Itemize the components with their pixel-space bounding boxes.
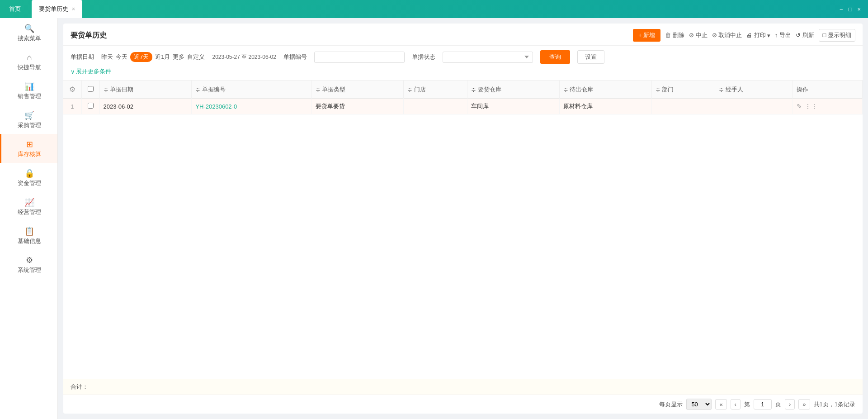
table-row: 1 2023-06-02 YH-20230602-0 要货单要货 车间库 [63,99,863,114]
action-icons: ✎ ⋮⋮ [797,103,859,110]
filter-bar: 单据日期 昨天 今天 近7天 近1月 更多 自定义 2023-05-27 至 2… [63,46,863,81]
page-header: 要货单历史 + 新增 🗑 删除 ⊘ 中止 ⊘ 取消中止 🖨 打印 ▾ ↑ 导出 … [63,24,863,46]
shortcut-yesterday[interactable]: 昨天 [101,53,113,61]
toolbar: + 新增 🗑 删除 ⊘ 中止 ⊘ 取消中止 🖨 打印 ▾ ↑ 导出 ↺ 刷新 □… [633,29,855,42]
row-department [651,99,715,114]
col-type: ≑ 单据类型 [311,81,404,99]
shortcut-custom[interactable]: 自定义 [187,53,205,61]
sidebar-item-ops[interactable]: 📈 经营管理 [0,192,57,221]
maximize-icon[interactable]: □ [849,6,852,13]
last-page-button[interactable]: » [798,399,810,409]
order-no-label: 单据编号 [283,53,307,61]
column-settings-icon[interactable]: ⚙ [69,86,75,93]
sidebar-item-label-sales: 销售管理 [18,92,41,100]
date-range-display: 2023-05-27 至 2023-06-02 [212,53,276,61]
export-button[interactable]: ↑ 导出 [775,31,791,39]
order-no-input[interactable] [314,52,405,63]
page-suffix: 页 [775,400,781,409]
shortcut-today[interactable]: 今天 [116,53,127,61]
tab-close-icon[interactable]: × [72,6,75,12]
tab-active-label: 要货单历史 [39,5,68,13]
summary-label: 合计： [71,383,88,391]
shortcut-more[interactable]: 更多 [173,53,184,61]
page-title: 要货单历史 [71,31,633,40]
sidebar-item-basic-info[interactable]: 📋 基础信息 [0,221,57,250]
sidebar-item-finance[interactable]: 🔒 资金管理 [0,163,57,192]
col-actions: 操作 [793,81,863,99]
edit-icon[interactable]: ✎ [797,103,802,110]
row-store [404,99,467,114]
col-type-label: ≑ 单据类型 [316,86,346,93]
prev-page-button[interactable]: ‹ [731,399,741,409]
stop-button[interactable]: ⊘ 中止 [689,31,708,39]
col-order-no-label: ≑ 单据编号 [195,86,226,93]
sidebar-item-label-quicknav: 快捷导航 [18,63,41,71]
row-actions: ✎ ⋮⋮ [793,99,863,114]
date-shortcuts: 昨天 今天 近7天 近1月 更多 自定义 [101,52,205,62]
row-checkbox-cell [81,99,99,114]
next-page-button[interactable]: › [785,399,795,409]
col-store-label: ≑ 门店 [407,86,426,93]
col-dept-label: ≑ 部门 [656,86,674,93]
print-dropdown-icon[interactable]: ▾ [767,32,770,39]
print-button[interactable]: 🖨 打印 ▾ [746,31,770,39]
status-select[interactable] [443,52,533,63]
sidebar-item-inventory[interactable]: ⊞ 库存核算 [0,134,57,163]
row-index: 1 [63,99,81,114]
minimize-icon[interactable]: − [840,6,843,13]
more-icon[interactable]: ⋮⋮ [805,103,817,110]
delete-button[interactable]: 🗑 删除 [665,31,684,39]
col-handler-label: ≑ 经手人 [719,86,743,93]
inventory-icon: ⊞ [26,140,33,148]
refresh-button[interactable]: ↺ 刷新 [796,31,814,39]
col-order-no: ≑ 单据编号 [192,81,311,99]
tab-active[interactable]: 要货单历史 × [32,0,82,18]
sidebar-item-quick-nav[interactable]: ⌂ 快捷导航 [0,47,57,76]
page-size-select[interactable]: 50 20 100 200 [686,399,712,410]
expand-more-button[interactable]: ∨ 展开更多条件 [71,67,111,76]
shortcut-1month[interactable]: 近1月 [155,53,170,61]
page-size-label: 每页显示 [659,400,683,409]
cancel-stop-button[interactable]: ⊘ 取消中止 [712,31,742,39]
new-button[interactable]: + 新增 [633,29,660,42]
order-no-link[interactable]: YH-20230602-0 [195,103,237,110]
col-warehouse-label: ≑ 要货仓库 [471,86,501,93]
col-checkbox [81,81,99,99]
sidebar-item-label-inventory: 库存核算 [18,150,41,158]
search-menu-icon: 🔍 [24,24,34,33]
sidebar-item-search-menu[interactable]: 🔍 搜索菜单 [0,18,57,47]
row-order-no: YH-20230602-0 [192,99,311,114]
sidebar-item-label-ops: 经营管理 [18,208,41,216]
top-bar-right: − □ × [840,6,868,13]
row-type: 要货单要货 [311,99,404,114]
col-pending-warehouse: ≑ 待出仓库 [559,81,651,99]
row-checkbox[interactable] [88,103,94,109]
sidebar-item-sales[interactable]: 📊 销售管理 [0,76,57,105]
shortcut-7days[interactable]: 近7天 [130,52,152,62]
display-detail-button[interactable]: □ 显示明细 [819,29,855,42]
filter-row-2: ∨ 展开更多条件 [71,67,855,76]
select-all-checkbox[interactable] [88,86,94,92]
page-label: 第 [744,400,750,409]
quick-nav-icon: ⌂ [27,53,32,62]
sidebar-item-label-basic: 基础信息 [18,237,41,245]
filter-settings-button[interactable]: 设置 [577,50,604,64]
first-page-button[interactable]: « [715,399,726,409]
row-handler [715,99,793,114]
status-label: 单据状态 [412,53,435,61]
basic-info-icon: 📋 [24,227,34,235]
search-button[interactable]: 查询 [540,50,570,64]
tab-home[interactable]: 首页 [0,0,30,18]
row-date: 2023-06-02 [99,99,192,114]
table-footer: 合计： [63,379,863,395]
close-window-icon[interactable]: × [857,6,861,13]
data-table: ⚙ ≑ 单据日期 ≑ 单据编号 [63,81,863,114]
page-number-input[interactable] [754,399,772,409]
print-label: 🖨 打印 [746,31,766,39]
sidebar-item-system[interactable]: ⚙ 系统管理 [0,250,57,279]
sidebar-item-label-purchase: 采购管理 [18,121,41,129]
col-dept: ≑ 部门 [651,81,715,99]
sidebar-item-purchase[interactable]: 🛒 采购管理 [0,105,57,134]
content-card: 要货单历史 + 新增 🗑 删除 ⊘ 中止 ⊘ 取消中止 🖨 打印 ▾ ↑ 导出 … [63,24,863,414]
col-store: ≑ 门店 [404,81,467,99]
